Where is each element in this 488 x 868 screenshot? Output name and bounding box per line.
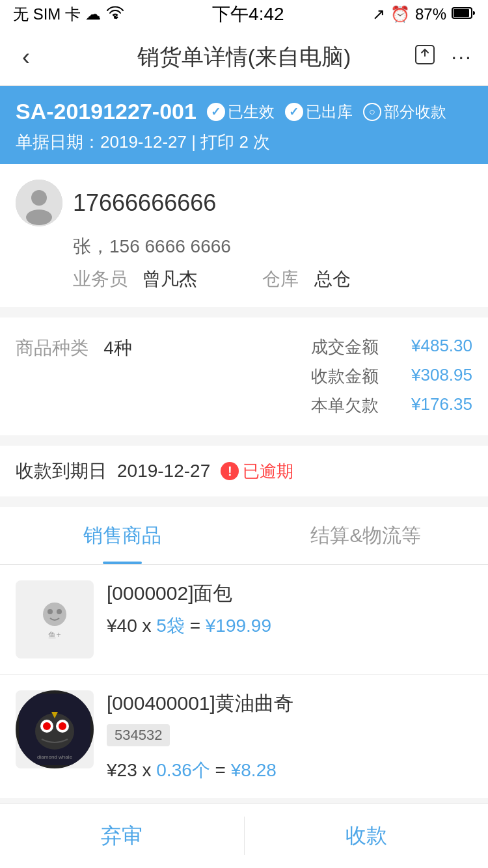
overdue-text: 已逾期 xyxy=(243,460,293,483)
tab-products-label: 销售商品 xyxy=(83,522,161,549)
warehouse-label: 仓库 xyxy=(262,269,299,289)
cancel-review-button[interactable]: 弃审 xyxy=(0,804,244,868)
svg-point-15 xyxy=(43,722,51,730)
price-2: ¥23 xyxy=(107,760,137,780)
nav-actions: ··· xyxy=(414,44,472,70)
status-bar-left: 无 SIM 卡 ☁ xyxy=(13,4,124,25)
avatar xyxy=(16,180,62,226)
category-value: 4种 xyxy=(103,338,132,358)
svg-point-8 xyxy=(47,609,53,614)
due-date: 2019-12-27 xyxy=(117,461,210,481)
svg-point-7 xyxy=(43,603,66,626)
collect-payment-button[interactable]: 收款 xyxy=(245,804,489,868)
product-thumbnail-1: 鱼+ xyxy=(16,580,94,658)
qty-1: 5袋 xyxy=(156,616,185,636)
amount-label: 成交金额 xyxy=(311,336,379,359)
alarm-icon: ⏰ xyxy=(390,5,410,23)
due-label: 收款到期日 xyxy=(16,459,107,483)
status-bar: 无 SIM 卡 ☁ 下午4:42 ↗ ⏰ 87% xyxy=(0,0,488,29)
overdue-badge: ! 已逾期 xyxy=(221,460,293,483)
table-row[interactable]: 鱼+ [0000002]面包 ¥40 x 5袋 = ¥199.99 xyxy=(0,565,488,675)
order-id: SA-20191227-001 xyxy=(16,99,197,124)
tab-products[interactable]: 销售商品 xyxy=(0,507,244,564)
total-1: ¥199.99 xyxy=(206,616,271,636)
debt-label: 本单欠款 xyxy=(311,394,379,417)
product-thumbnail-2: diamond whale xyxy=(16,690,94,768)
stats-right: 成交金额 ¥485.30 收款金额 ¥308.95 本单欠款 ¥176.35 xyxy=(311,336,472,417)
product-info-1: [0000002]面包 ¥40 x 5袋 = ¥199.99 xyxy=(107,580,472,638)
stats-section: 商品种类 4种 成交金额 ¥485.30 收款金额 ¥308.95 本单欠款 ¥… xyxy=(0,318,488,446)
more-icon[interactable]: ··· xyxy=(451,45,472,69)
badge-partial: ○ 部分收款 xyxy=(363,102,446,122)
share-icon[interactable] xyxy=(414,44,435,70)
badge-shipped: ✓ 已出库 xyxy=(285,102,353,122)
overdue-icon: ! xyxy=(221,462,239,480)
svg-point-9 xyxy=(57,609,62,614)
sales-value: 曾凡杰 xyxy=(142,269,197,289)
status-bar-time: 下午4:42 xyxy=(212,2,284,27)
customer-meta: 业务员 曾凡杰 仓库 总仓 xyxy=(73,267,472,292)
tabs-section: 销售商品 结算&物流等 xyxy=(0,507,488,565)
tab-settlement-label: 结算&物流等 xyxy=(310,522,421,549)
tab-underline xyxy=(103,562,142,564)
sales-label: 业务员 xyxy=(73,269,128,289)
due-section: 收款到期日 2019-12-27 ! 已逾期 xyxy=(0,446,488,507)
back-button[interactable]: ‹ xyxy=(16,37,36,77)
customer-section: 17666666666 张，156 6666 6666 业务员 曾凡杰 仓库 总… xyxy=(0,164,488,307)
page-title: 销货单详情(来自电脑) xyxy=(137,42,351,72)
badge-active: ✓ 已生效 xyxy=(207,102,275,122)
amount-value: ¥485.30 xyxy=(394,336,472,359)
stats-left: 商品种类 4种 xyxy=(16,336,311,360)
collected-value: ¥308.95 xyxy=(394,365,472,388)
signal-text: 无 SIM 卡 ☁ xyxy=(13,4,101,25)
table-row[interactable]: diamond whale [000400001]黄油曲奇 534532 ¥23… xyxy=(0,675,488,799)
product-sku-2: 534532 xyxy=(107,724,170,746)
warehouse-value: 总仓 xyxy=(314,269,351,289)
battery-icon xyxy=(452,5,475,23)
product-info-2: [000400001]黄油曲奇 534532 ¥23 x 0.36个 = ¥8.… xyxy=(107,690,472,783)
qty-2: 0.36个 xyxy=(156,760,210,780)
debt-value: ¥176.35 xyxy=(394,394,472,417)
product-price-2: ¥23 x 0.36个 = ¥8.28 xyxy=(107,758,472,783)
tab-settlement[interactable]: 结算&物流等 xyxy=(244,507,488,564)
header-banner: SA-20191227-001 ✓ 已生效 ✓ 已出库 ○ 部分收款 单据日期：… xyxy=(0,86,488,164)
svg-point-6 xyxy=(26,210,52,225)
customer-phone: 17666666666 xyxy=(73,189,216,217)
doc-date: 单据日期：2019-12-27 | 打印 2 次 xyxy=(16,131,472,154)
nav-bar: ‹ 销货单详情(来自电脑) ··· xyxy=(0,29,488,86)
collected-label: 收款金额 xyxy=(311,365,379,388)
svg-text:鱼+: 鱼+ xyxy=(48,631,61,640)
product-list: 鱼+ [0000002]面包 ¥40 x 5袋 = ¥199.99 xyxy=(0,565,488,799)
svg-point-12 xyxy=(35,713,74,750)
product-price-1: ¥40 x 5袋 = ¥199.99 xyxy=(107,614,472,638)
location-icon: ↗ xyxy=(372,5,385,23)
product-name-1: [0000002]面包 xyxy=(107,580,472,607)
wifi-icon xyxy=(106,5,124,23)
price-1: ¥40 xyxy=(107,616,137,636)
customer-name: 张，156 6666 6666 xyxy=(73,234,472,259)
bottom-bar: 弃审 收款 xyxy=(0,803,488,868)
product-name-2: [000400001]黄油曲奇 xyxy=(107,690,472,717)
category-label: 商品种类 xyxy=(16,338,88,358)
svg-text:diamond whale: diamond whale xyxy=(37,754,72,760)
svg-point-0 xyxy=(114,16,116,19)
svg-point-5 xyxy=(31,190,47,206)
status-bar-right: ↗ ⏰ 87% xyxy=(372,5,475,23)
battery-text: 87% xyxy=(415,5,446,23)
svg-rect-2 xyxy=(454,9,469,17)
svg-point-16 xyxy=(59,722,66,730)
total-2: ¥8.28 xyxy=(231,760,277,780)
